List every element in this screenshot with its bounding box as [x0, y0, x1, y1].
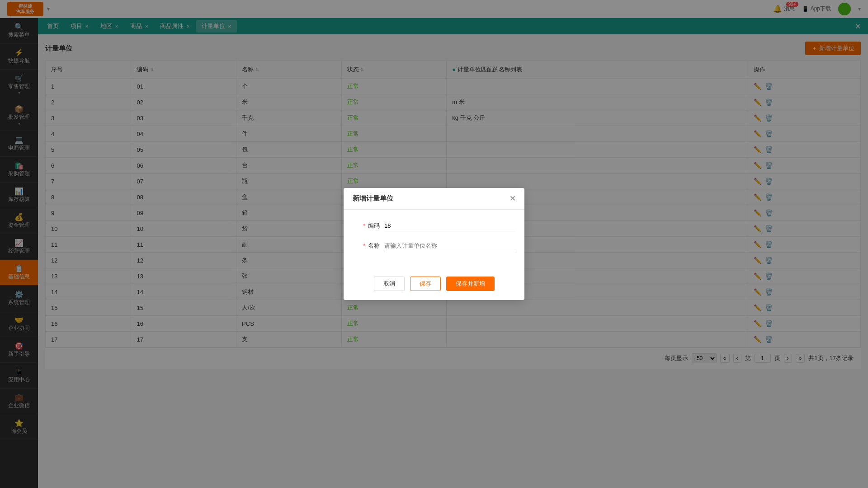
- name-required-mark: *: [363, 242, 365, 249]
- name-input[interactable]: [384, 240, 515, 251]
- save-and-add-button[interactable]: 保存并新增: [446, 277, 495, 291]
- cancel-button[interactable]: 取消: [374, 277, 405, 291]
- modal-footer: 取消 保存 保存并新增: [344, 271, 524, 300]
- code-required-mark: *: [363, 222, 365, 229]
- modal-title: 新增计量单位: [353, 194, 393, 203]
- modal-header: 新增计量单位 ✕: [344, 188, 524, 210]
- save-button[interactable]: 保存: [410, 277, 441, 291]
- code-label: * 编码: [353, 222, 380, 230]
- modal-overlay[interactable]: 新增计量单位 ✕ * 编码 * 名称 取消 保存 保存并新增: [0, 0, 868, 488]
- name-label: * 名称: [353, 242, 380, 250]
- code-input[interactable]: [384, 221, 515, 231]
- modal-body: * 编码 * 名称: [344, 210, 524, 271]
- name-form-item: * 名称: [353, 240, 515, 251]
- code-form-item: * 编码: [353, 221, 515, 231]
- add-unit-modal: 新增计量单位 ✕ * 编码 * 名称 取消 保存 保存并新增: [344, 188, 524, 300]
- modal-close-button[interactable]: ✕: [509, 194, 515, 203]
